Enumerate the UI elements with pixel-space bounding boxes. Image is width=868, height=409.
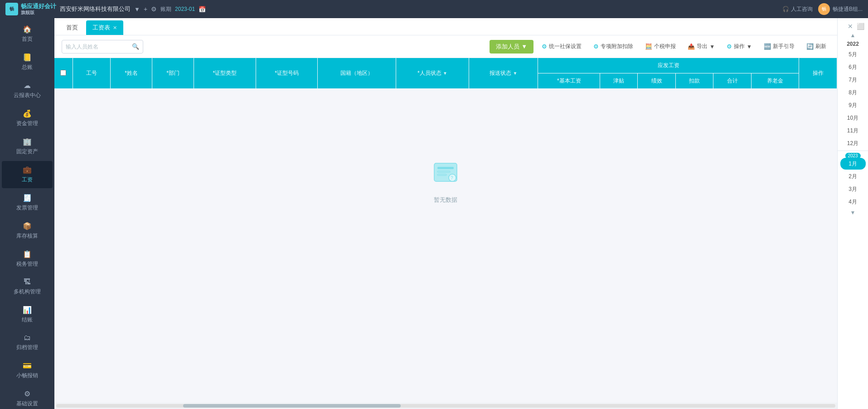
operate-action[interactable]: ⚙ 操作 ▼ (723, 41, 756, 52)
svg-rect-3 (437, 174, 446, 175)
col-deduction: 扣款 (675, 73, 713, 89)
panel-close-button[interactable]: ✕ (847, 22, 854, 31)
social-security-action[interactable]: ⚙ 统一社保设置 (538, 41, 585, 52)
panel-close-row: ✕ ⬜ (838, 20, 868, 31)
home-icon: 🏠 (23, 25, 32, 34)
status-filter-icon[interactable]: ▼ (443, 71, 447, 76)
sidebar-item-inventory[interactable]: 📦 库存核算 (2, 217, 53, 244)
user-service-label: 人工咨询 (791, 5, 813, 13)
search-icon[interactable]: 🔍 (132, 43, 139, 50)
report-filter-icon[interactable]: ▼ (513, 71, 517, 76)
panel-expand-button[interactable]: ⬜ (856, 22, 865, 31)
operate-dropdown-icon: ▼ (747, 44, 752, 50)
sidebar-label-home: 首页 (22, 35, 33, 43)
app-version: 旗舰版 (21, 10, 56, 15)
sidebar-item-home[interactable]: 🏠 首页 (2, 20, 53, 48)
search-input[interactable] (66, 44, 129, 50)
refresh-label: 刷新 (815, 43, 826, 50)
select-all-checkbox[interactable] (60, 70, 66, 76)
sidebar-item-fund[interactable]: 💰 资金管理 (2, 105, 53, 132)
refresh-icon: 🔄 (806, 43, 814, 50)
scroll-down-button[interactable]: ▼ (840, 208, 866, 217)
col-performance: 绩效 (638, 73, 675, 89)
col-status: *人员状态 ▼ (396, 58, 469, 88)
tab-home[interactable]: 首页 (60, 20, 84, 35)
scrollbar-thumb[interactable] (183, 404, 401, 408)
scrollbar-track[interactable] (56, 404, 835, 408)
export-label: 导出 (697, 43, 708, 50)
sidebar-item-settlement[interactable]: 📊 结账 (2, 301, 53, 328)
tab-close-icon[interactable]: ✕ (113, 25, 117, 31)
search-box: 🔍 (62, 40, 143, 54)
calendar-icon[interactable]: 📅 (199, 6, 206, 13)
month-item-2023-4[interactable]: 4月 (840, 196, 866, 208)
month-item-2022-6[interactable]: 6月 (840, 61, 866, 73)
refresh-action[interactable]: 🔄 刷新 (803, 41, 830, 52)
settings-nav-icon: ⚙ (24, 390, 30, 398)
col-cert-type: *证型类型 (194, 58, 256, 88)
personal-tax-action[interactable]: 🧮 个税申报 (641, 41, 679, 52)
col-empno: 工号 (73, 58, 110, 88)
fixed-asset-icon: 🏢 (23, 137, 32, 146)
col-salary-group: 应发工资 (538, 58, 799, 73)
col-operation: 操作 (799, 58, 837, 88)
sidebar-item-tax[interactable]: 📋 税务管理 (2, 245, 53, 273)
operate-icon: ⚙ (727, 43, 732, 50)
month-item-2023-1[interactable]: 1月 (840, 158, 866, 170)
new-guide-action[interactable]: 🆕 新手引导 (760, 41, 798, 52)
inventory-icon: 📦 (23, 222, 32, 230)
scroll-up-button[interactable]: ▲ (840, 31, 866, 40)
sidebar-label-tax: 税务管理 (16, 260, 38, 268)
empty-icon: ? (427, 154, 464, 190)
empty-state: ? 暂无数据 (54, 88, 837, 270)
month-item-2022-9[interactable]: 9月 (840, 99, 866, 111)
settlement-icon: 📊 (23, 306, 32, 314)
sidebar-label-archive: 归档管理 (16, 344, 38, 351)
col-name: *姓名 (110, 58, 152, 88)
col-base-salary: *基本工资 (538, 73, 600, 89)
tab-payroll-table[interactable]: 工资表 ✕ (86, 20, 123, 35)
expense-icon: 💳 (23, 361, 32, 370)
sidebar: 🏠 首页 📒 总账 ☁ 云报表中心 💰 资金管理 🏢 固定资产 💼 工资 🧾 发… (0, 18, 54, 409)
col-checkbox[interactable] (54, 58, 73, 88)
bottom-scrollbar (54, 403, 837, 409)
settings-icon[interactable]: ⚙ (151, 5, 157, 13)
sidebar-item-fixed-asset[interactable]: 🏢 固定资产 (2, 133, 53, 160)
month-item-2022-5[interactable]: 5月 (840, 49, 866, 60)
toolbar-right: 添加人员 ▼ ⚙ 统一社保设置 ⚙ 专项附加扣除 🧮 个税申报 📤 导出 (490, 40, 830, 54)
sidebar-item-invoice[interactable]: 🧾 发票管理 (2, 189, 53, 216)
sidebar-label-expense: 小畅报销 (16, 372, 38, 380)
user-profile[interactable]: 畅 畅捷通B组... (818, 3, 863, 15)
month-item-2022-12[interactable]: 12月 (840, 137, 866, 149)
sidebar-label-cloud: 云报表中心 (14, 92, 41, 99)
sidebar-item-cloud-report[interactable]: ☁ 云报表中心 (2, 77, 53, 104)
sidebar-item-expense[interactable]: 💳 小畅报销 (2, 357, 53, 384)
month-item-2022-8[interactable]: 8月 (840, 87, 866, 98)
export-action[interactable]: 📤 导出 ▼ (684, 41, 718, 52)
sidebar-item-settings[interactable]: ⚙ 基础设置 (2, 385, 53, 409)
month-item-2022-11[interactable]: 11月 (840, 125, 866, 136)
month-item-2023-2[interactable]: 2月 (840, 170, 866, 182)
sidebar-item-multi-org[interactable]: 🏗 多机构管理 (2, 273, 53, 300)
month-item-2022-10[interactable]: 10月 (840, 112, 866, 124)
sidebar-item-ledger[interactable]: 📒 总账 (2, 49, 53, 76)
add-company-icon[interactable]: + (144, 5, 147, 13)
right-panel: ✕ ⬜ ▲ 2022 5月 6月 7月 8月 9月 10月 11月 12月 20… (837, 18, 868, 409)
multi-org-icon: 🏗 (24, 278, 31, 286)
user-service-btn[interactable]: 🎧 人工咨询 (782, 5, 813, 13)
company-name: 西安虾米网络科技有限公司 (60, 5, 131, 13)
sidebar-item-payroll[interactable]: 💼 工资 (2, 161, 53, 188)
year-2023-badge: 2023 (845, 153, 860, 159)
month-item-2023-3[interactable]: 3月 (840, 183, 866, 195)
month-item-2022-7[interactable]: 7月 (840, 74, 866, 86)
period-value: 2023-01 (175, 6, 195, 12)
company-dropdown-icon[interactable]: ▼ (134, 6, 140, 13)
sidebar-item-archive[interactable]: 🗂 归档管理 (2, 329, 53, 356)
personal-tax-icon: 🧮 (645, 43, 652, 50)
empty-text: 暂无数据 (434, 196, 457, 204)
add-person-button[interactable]: 添加人员 ▼ (490, 40, 533, 54)
svg-rect-2 (437, 171, 450, 172)
col-country: 国籍（地区） (318, 58, 396, 88)
logo-icon: 畅 (5, 3, 18, 15)
special-deduct-action[interactable]: ⚙ 专项附加扣除 (590, 41, 637, 52)
